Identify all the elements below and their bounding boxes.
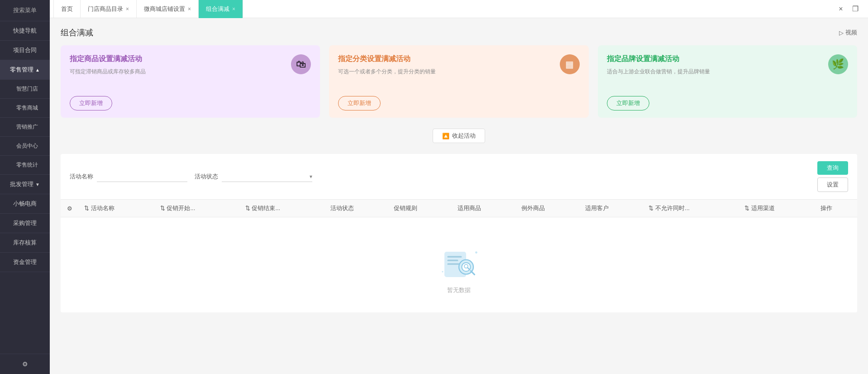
svg-line-8 xyxy=(471,271,474,274)
sort-asc-icon: ⇅ xyxy=(160,205,165,211)
th-no-concurrent[interactable]: ⇅ 不允许同时... xyxy=(643,200,739,217)
promo-card-category: 指定分类设置满减活动 可选一个或者多个分类，提升分类的销量 ▦ 立即新增 xyxy=(329,45,588,118)
main-area: 首页 门店商品目录 × 微商城店铺设置 × 组合满减 × × ❐ 组合满减 ▷ … xyxy=(50,0,868,374)
th-operation: 操作 xyxy=(815,200,857,217)
svg-point-9 xyxy=(475,251,477,254)
svg-point-10 xyxy=(442,271,443,272)
empty-illustration xyxy=(436,245,482,281)
filter-status-field: 活动状态 ▾ xyxy=(195,171,312,182)
sidebar-item-retail-mall[interactable]: 零售商城 xyxy=(0,99,50,118)
collapse-up-icon: 🔼 xyxy=(442,133,449,139)
th-promo-end[interactable]: ⇅ 促销结束... xyxy=(240,200,325,217)
filter-name-label: 活动名称 xyxy=(70,173,93,181)
expand-arrow-icon: ▲ xyxy=(35,67,40,72)
activity-table: ⚙ ⇅ 活动名称 ⇅ 促销开始... ⇅ xyxy=(61,200,857,312)
sidebar-item-xiaochangec[interactable]: 小畅电商 xyxy=(0,194,50,214)
close-window-button[interactable]: × xyxy=(835,4,846,14)
sidebar-search[interactable]: 搜索菜单 xyxy=(0,0,50,21)
svg-rect-3 xyxy=(447,264,460,265)
filter-name-field: 活动名称 xyxy=(70,171,187,182)
filter-name-input[interactable] xyxy=(97,171,187,182)
svg-rect-2 xyxy=(447,260,458,261)
query-button[interactable]: 查询 xyxy=(817,161,848,175)
promo-card-product-add-button[interactable]: 立即新增 xyxy=(70,96,112,110)
promo-card-category-add-button[interactable]: 立即新增 xyxy=(338,96,381,110)
tab-actions: × ❐ xyxy=(835,4,864,14)
expand-arrow-icon: ▼ xyxy=(35,182,40,187)
th-promo-start[interactable]: ⇅ 促销开始... xyxy=(155,200,240,217)
tab-home-label: 首页 xyxy=(61,5,73,13)
page-content: 组合满减 ▷ 视频 指定商品设置满减活动 可指定滞销商品或库存较多商品 🛍 立即… xyxy=(50,18,868,374)
th-activity-name[interactable]: ⇅ 活动名称 xyxy=(79,200,155,217)
sidebar-item-member-center[interactable]: 会员中心 xyxy=(0,137,50,156)
page-title: 组合满减 xyxy=(61,27,93,38)
promo-cards-section: 指定商品设置满减活动 可指定滞销商品或库存较多商品 🛍 立即新增 指定分类设置满… xyxy=(61,45,857,118)
promo-card-brand-desc: 适合与上游企业联合做营销，提升品牌销量 xyxy=(607,67,848,91)
svg-point-5 xyxy=(462,263,470,271)
sidebar-item-label: 小畅电商 xyxy=(13,200,37,208)
svg-rect-1 xyxy=(447,256,462,258)
settings-button[interactable]: 设置 xyxy=(817,177,848,192)
tab-wechat-store[interactable]: 微商城店铺设置 × xyxy=(137,0,199,18)
play-circle-icon: ▷ xyxy=(839,29,844,36)
sidebar-item-wholesale-mgmt[interactable]: 批发管理 ▼ xyxy=(0,175,50,194)
tab-combo-discount[interactable]: 组合满减 × xyxy=(199,0,243,18)
sort-asc-icon: ⇅ xyxy=(84,205,89,211)
restore-window-button[interactable]: ❐ xyxy=(850,4,861,14)
th-applicable-channel[interactable]: ⇅ 适用渠道 xyxy=(739,200,815,217)
promo-card-product-title: 指定商品设置满减活动 xyxy=(70,54,311,64)
sidebar-item-project-contract[interactable]: 项目合同 xyxy=(0,41,50,60)
sidebar-item-label: 零售管理 xyxy=(10,66,33,74)
filter-status-label: 活动状态 xyxy=(195,173,218,181)
th-gear[interactable]: ⚙ xyxy=(61,200,79,217)
sidebar-item-inventory[interactable]: 库存核算 xyxy=(0,233,50,253)
promo-card-brand-icon: 🌿 xyxy=(828,54,848,74)
sidebar-item-retail-stats[interactable]: 零售统计 xyxy=(0,156,50,175)
empty-state: 暂无数据 xyxy=(61,217,857,312)
sidebar-item-quick-nav[interactable]: 快捷导航 xyxy=(0,21,50,41)
promo-card-category-title: 指定分类设置满减活动 xyxy=(338,54,579,64)
promo-card-brand-add-button[interactable]: 立即新增 xyxy=(607,96,649,110)
close-tab-combo-discount-icon[interactable]: × xyxy=(232,6,235,12)
sidebar-item-label: 零售商城 xyxy=(16,104,38,112)
sidebar-item-retail-mgmt[interactable]: 零售管理 ▲ xyxy=(0,60,50,80)
sidebar-item-label: 库存核算 xyxy=(13,239,37,247)
sort-icon: ⇅ xyxy=(744,205,749,211)
video-label: 视频 xyxy=(845,29,857,37)
close-tab-product-catalog-icon[interactable]: × xyxy=(126,6,129,12)
promo-card-brand-title: 指定品牌设置满减活动 xyxy=(607,54,848,64)
sidebar-item-finance[interactable]: 资金管理 xyxy=(0,253,50,272)
promo-card-brand: 指定品牌设置满减活动 适合与上游企业联合做营销，提升品牌销量 🌿 立即新增 xyxy=(598,45,857,118)
table-wrap: ⚙ ⇅ 活动名称 ⇅ 促销开始... ⇅ xyxy=(61,200,857,312)
promo-card-product-icon: 🛍 xyxy=(291,54,311,74)
tab-home[interactable]: 首页 xyxy=(53,0,81,18)
sidebar-item-label: 采购管理 xyxy=(13,219,37,227)
tab-product-catalog[interactable]: 门店商品目录 × xyxy=(81,0,137,18)
filter-status-select-wrap: ▾ xyxy=(222,171,312,182)
sidebar-item-label: 资金管理 xyxy=(13,258,37,266)
collapse-bar: 🔼 收起活动 xyxy=(61,125,857,147)
promo-card-category-icon: ▦ xyxy=(560,54,580,74)
sidebar-item-label: 智慧门店 xyxy=(16,85,38,93)
sidebar-settings[interactable]: ⚙ xyxy=(0,354,50,374)
sidebar-item-purchase-mgmt[interactable]: 采购管理 xyxy=(0,214,50,233)
sidebar-item-marketing[interactable]: 营销推广 xyxy=(0,118,50,137)
sort-icon: ⇅ xyxy=(649,205,653,211)
th-promo-rule: 促销规则 xyxy=(388,200,452,217)
filter-row: 活动名称 活动状态 ▾ 查询 设置 xyxy=(61,154,857,200)
tab-product-catalog-label: 门店商品目录 xyxy=(88,5,123,13)
promo-card-product: 指定商品设置满减活动 可指定滞销商品或库存较多商品 🛍 立即新增 xyxy=(61,45,320,118)
sidebar-item-label: 营销推广 xyxy=(16,123,38,131)
collapse-label: 收起活动 xyxy=(452,132,476,140)
settings-icon: ⚙ xyxy=(22,360,28,368)
th-applicable-customer: 适用客户 xyxy=(580,200,644,217)
collapse-activities-button[interactable]: 🔼 收起活动 xyxy=(433,129,485,143)
video-link[interactable]: ▷ 视频 xyxy=(839,29,857,37)
sidebar-item-smart-store[interactable]: 智慧门店 xyxy=(0,80,50,99)
tab-bar: 首页 门店商品目录 × 微商城店铺设置 × 组合满减 × × ❐ xyxy=(50,0,868,18)
filter-table-section: 活动名称 活动状态 ▾ 查询 设置 xyxy=(61,154,857,312)
close-tab-wechat-store-icon[interactable]: × xyxy=(188,6,191,12)
filter-status-select[interactable] xyxy=(222,171,312,182)
tab-combo-discount-label: 组合满减 xyxy=(206,5,229,13)
sidebar-item-label: 零售统计 xyxy=(16,161,38,169)
